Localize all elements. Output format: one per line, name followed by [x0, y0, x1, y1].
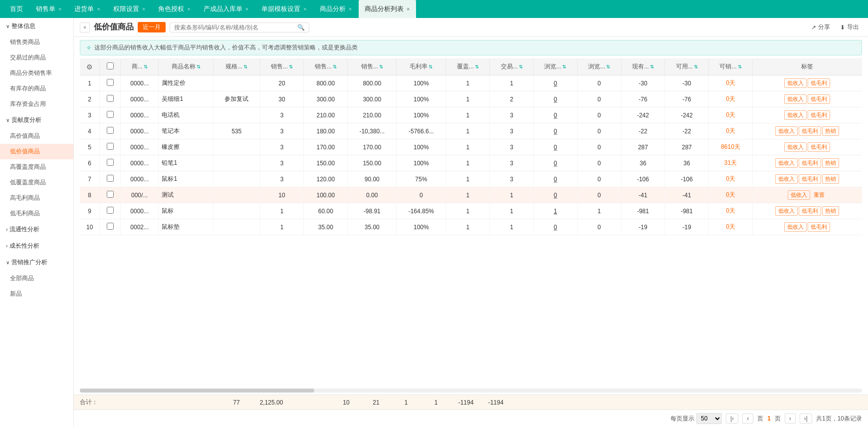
first-page-button[interactable]: |‹ [726, 414, 738, 424]
sidebar-item-high-coverage[interactable]: 高覆盖度商品 [0, 159, 73, 175]
cell-checkbox[interactable] [100, 171, 121, 187]
filter-recent-month-button[interactable]: 近一月 [138, 22, 166, 32]
nav-roles[interactable]: 角色授权× [152, 0, 196, 18]
cell-gross-margin: 0 [397, 187, 446, 203]
sidebar-item-low-value[interactable]: 低价值商品 [0, 144, 73, 159]
sidebar-item-traded-products[interactable]: 交易过的商品 [0, 50, 73, 65]
sidebar-item-inventory-funds[interactable]: 库存资金占用 [0, 96, 73, 112]
col-sale3[interactable]: 销售...⇅ [348, 58, 397, 75]
cell-checkbox[interactable] [100, 75, 121, 91]
col-code[interactable]: 商...⇅ [120, 58, 159, 75]
col-sale1[interactable]: 销售...⇅ [260, 58, 304, 75]
cell-index: 5 [80, 139, 100, 155]
cell-checkbox[interactable] [100, 107, 121, 123]
browse-link[interactable]: 0 [554, 96, 557, 103]
sidebar-item-high-profit[interactable]: 高毛利商品 [0, 190, 73, 206]
nav-permissions[interactable]: 权限设置× [107, 0, 151, 18]
sidebar-item-low-profit[interactable]: 低毛利商品 [0, 206, 73, 221]
sidebar-item-new-products[interactable]: 新品 [0, 286, 73, 302]
cell-sale2: 60.00 [304, 203, 348, 219]
cell-transaction: 2 [490, 91, 534, 107]
nav-product-analysis[interactable]: 商品分析× [314, 0, 358, 18]
col-sale2[interactable]: 销售...⇅ [304, 58, 348, 75]
next-page-button[interactable]: › [785, 414, 796, 424]
col-name[interactable]: 商品名称⇅ [159, 58, 213, 75]
sidebar-item-low-coverage[interactable]: 低覆盖度商品 [0, 175, 73, 190]
sidebar-item-category-sales-rate[interactable]: 商品分类销售率 [0, 65, 73, 81]
cell-checkbox[interactable] [100, 187, 121, 203]
nav-home[interactable]: 首页 [4, 0, 29, 18]
row-checkbox[interactable] [107, 143, 114, 150]
row-checkbox[interactable] [107, 127, 114, 134]
export-button[interactable]: ⬇ 导出 [837, 22, 862, 32]
total-spacer3 [182, 399, 221, 406]
col-spec[interactable]: 规格...⇅ [213, 58, 260, 75]
nav-template-settings[interactable]: 单据模板设置× [255, 0, 312, 18]
row-checkbox[interactable] [107, 95, 114, 102]
cell-checkbox[interactable] [100, 123, 121, 139]
browse-link[interactable]: 0 [554, 224, 557, 231]
cell-spec [213, 171, 260, 187]
sidebar-group-circulation[interactable]: ›流通性分析 [0, 221, 73, 238]
row-checkbox[interactable] [107, 175, 114, 182]
row-checkbox[interactable] [107, 79, 114, 86]
browse-link[interactable]: 1 [554, 208, 557, 215]
row-checkbox[interactable] [107, 223, 114, 230]
per-page-select[interactable]: 50 100 200 [696, 413, 722, 424]
col-current-stock[interactable]: 现有...⇅ [621, 58, 665, 75]
total-col9: -1194 [481, 399, 511, 406]
sidebar-group-marketing[interactable]: ∨营销推广分析 [0, 254, 73, 271]
sidebar-item-sales-products[interactable]: 销售类商品 [0, 34, 73, 50]
browse-link[interactable]: 0 [554, 144, 557, 151]
share-button[interactable]: ↗ 分享 [808, 22, 833, 32]
table-row: 6 0000... 铅笔1 3 150.00 150.00 100% 1 3 0… [80, 155, 862, 171]
search-input[interactable] [174, 24, 295, 31]
cell-spec [213, 219, 260, 235]
nav-product-storage[interactable]: 产成品入库单× [198, 0, 254, 18]
browse-link[interactable]: 0 [554, 176, 557, 183]
col-coverage[interactable]: 覆盖...⇅ [446, 58, 490, 75]
cell-checkbox[interactable] [100, 155, 121, 171]
nav-sales-order[interactable]: 销售单× [30, 0, 67, 18]
col-checkbox[interactable] [100, 58, 121, 75]
col-browse2[interactable]: 浏览...⇅ [577, 58, 621, 75]
nav-purchase-order[interactable]: 进货单× [68, 0, 106, 18]
col-transaction[interactable]: 交易...⇅ [490, 58, 534, 75]
col-gear[interactable]: ⚙ [80, 58, 100, 75]
last-page-button[interactable]: ›| [800, 414, 812, 424]
cell-index: 9 [80, 203, 100, 219]
sidebar-item-high-value[interactable]: 高价值商品 [0, 128, 73, 144]
cell-checkbox[interactable] [100, 139, 121, 155]
browse-link[interactable]: 0 [554, 192, 557, 199]
prev-page-button[interactable]: ‹ [742, 414, 753, 424]
row-checkbox[interactable] [107, 159, 114, 166]
nav-product-analysis-list[interactable]: 商品分析列表× [359, 0, 416, 18]
cell-spec [213, 107, 260, 123]
sidebar-group-contribution[interactable]: ∨贡献度分析 [0, 112, 73, 128]
cell-days: 0天 [709, 171, 753, 187]
cell-available: 36 [665, 155, 709, 171]
row-checkbox[interactable] [107, 207, 114, 214]
gear-icon[interactable]: ⚙ [86, 63, 93, 71]
cell-checkbox[interactable] [100, 203, 121, 219]
scrollbar-thumb[interactable] [80, 389, 314, 393]
sidebar-item-stocked-products[interactable]: 有库存的商品 [0, 81, 73, 96]
col-sellable[interactable]: 可销...⇅ [709, 58, 753, 75]
col-gross-margin[interactable]: 毛利率⇅ [397, 58, 446, 75]
sidebar-item-all-products[interactable]: 全部商品 [0, 271, 73, 286]
browse-link[interactable]: 0 [554, 128, 557, 135]
col-browse1[interactable]: 浏览...⇅ [533, 58, 577, 75]
browse-link[interactable]: 0 [554, 112, 557, 119]
cell-checkbox[interactable] [100, 91, 121, 107]
cell-checkbox[interactable] [100, 219, 121, 235]
col-available[interactable]: 可用...⇅ [665, 58, 709, 75]
browse-link[interactable]: 0 [554, 80, 557, 87]
horizontal-scrollbar[interactable] [80, 389, 862, 393]
select-all-checkbox[interactable] [107, 62, 114, 69]
row-checkbox[interactable] [107, 191, 114, 198]
sidebar-group-growth[interactable]: ›成长性分析 [0, 238, 73, 254]
browse-link[interactable]: 0 [554, 160, 557, 167]
sidebar-group-overall[interactable]: ∨整体信息 [0, 18, 73, 34]
collapse-sidebar-button[interactable]: « [80, 22, 90, 32]
row-checkbox[interactable] [107, 111, 114, 118]
